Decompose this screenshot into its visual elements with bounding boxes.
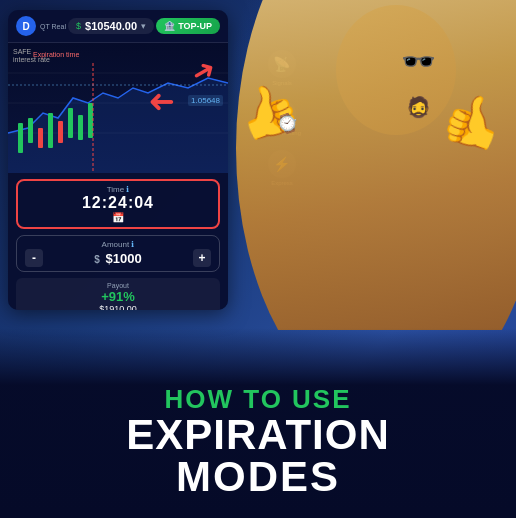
logo-icon: D	[16, 16, 36, 36]
topup-icon: 🏦	[164, 21, 175, 31]
trading-panel: D QT Real $ $10540.00 ▾ 🏦 TOP-UP SAFE in…	[8, 10, 228, 310]
bottom-text-area: HOW TO USE EXPIRATION MODES	[0, 328, 516, 518]
price-label: 1.05648	[188, 95, 223, 106]
glasses-icon: 🕶️	[401, 45, 436, 78]
time-label: Time ℹ	[26, 185, 210, 194]
balance-value: $10540.00	[85, 20, 137, 32]
amount-number: $1000	[106, 251, 142, 266]
payout-amount: $1910.00	[99, 304, 137, 310]
svg-rect-7	[48, 113, 53, 148]
svg-rect-11	[88, 103, 93, 138]
safe-label: SAFE	[13, 48, 31, 55]
topup-label: TOP-UP	[178, 21, 212, 31]
expiration-line-label: Expiration time	[33, 51, 79, 58]
logo-area: D QT Real	[16, 16, 66, 36]
modes-text: MODES	[176, 456, 340, 498]
minus-button[interactable]: -	[25, 249, 43, 267]
top-bar: D QT Real $ $10540.00 ▾ 🏦 TOP-UP	[8, 10, 228, 43]
amount-controls: - $ $1000 +	[25, 249, 211, 267]
svg-marker-3	[8, 78, 228, 173]
currency-indicator: $	[94, 254, 100, 265]
topup-button[interactable]: 🏦 TOP-UP	[156, 18, 220, 34]
how-to-use-text: HOW TO USE	[164, 385, 351, 414]
amount-box: Amount ℹ - $ $1000 +	[16, 235, 220, 272]
amount-info-icon: ℹ	[131, 240, 134, 249]
plus-button[interactable]: +	[193, 249, 211, 267]
balance-area: $ $10540.00 ▾	[68, 18, 154, 34]
main-container: D QT Real $ $10540.00 ▾ 🏦 TOP-UP SAFE in…	[0, 0, 516, 518]
svg-rect-5	[28, 118, 33, 143]
svg-rect-9	[68, 108, 73, 138]
time-box[interactable]: Time ℹ 12:24:04 📅	[16, 179, 220, 229]
svg-rect-6	[38, 128, 43, 148]
beard-icon: 🧔	[406, 95, 431, 119]
svg-rect-8	[58, 121, 63, 143]
controls-panel: Time ℹ 12:24:04 📅 Amount ℹ - $ $1000	[8, 173, 228, 310]
amount-label: Amount ℹ	[25, 240, 211, 249]
person-area: 👍 👍 🕶️ 🧔 ⌚	[226, 0, 516, 330]
svg-rect-4	[18, 123, 23, 153]
payout-box: Payout +91% $1910.00 Profit $910.00	[16, 278, 220, 310]
expiration-text: EXPIRATION	[126, 414, 390, 456]
payout-label: Payout	[107, 282, 129, 289]
qt-real-label: QT Real	[40, 23, 66, 30]
amount-value: $ $1000	[94, 251, 141, 266]
time-value: 12:24:04	[26, 194, 210, 212]
info-icon: ℹ	[126, 185, 129, 194]
person-head	[336, 5, 456, 135]
payout-percent: +91%	[101, 289, 135, 304]
dropdown-icon[interactable]: ▾	[141, 21, 146, 31]
calendar-icon: 📅	[26, 212, 210, 223]
dollar-icon: $	[76, 21, 81, 31]
svg-rect-10	[78, 115, 83, 140]
left-arrow: ➜	[148, 82, 175, 120]
